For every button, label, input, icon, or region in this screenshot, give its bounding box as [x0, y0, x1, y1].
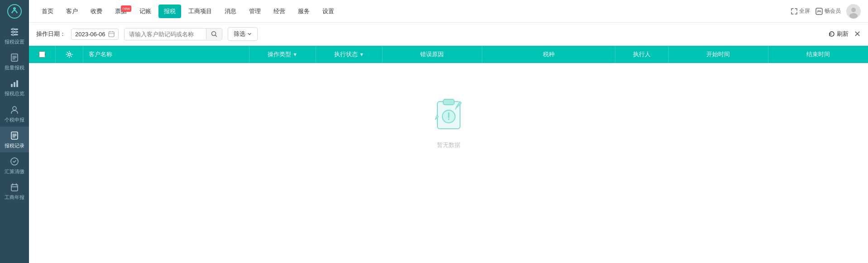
col-end-time-header: 结束时间 [806, 51, 830, 58]
sidebar-item-huisuanqingsuan[interactable]: 汇算清缴 [0, 152, 29, 178]
svg-rect-9 [11, 84, 13, 87]
search-input[interactable] [125, 29, 206, 40]
col-tax-header: 税种 [543, 51, 555, 58]
nav-item-baoshui[interactable]: 报税 [158, 5, 181, 18]
settlement-icon [9, 156, 20, 167]
nav-item-jingying[interactable]: 经营 [268, 5, 291, 18]
col-executor-header: 执行人 [633, 51, 651, 58]
filter-button[interactable]: 筛选 [228, 27, 258, 41]
new-badge: new [121, 5, 131, 12]
member-button[interactable]: 畅会员 [815, 7, 841, 15]
svg-rect-20 [109, 32, 114, 37]
settings-icon [9, 26, 20, 37]
filter-label: 筛选 [234, 30, 245, 38]
search-wrapper [124, 28, 222, 40]
svg-rect-11 [16, 80, 18, 87]
sidebar-item-gerensuishen[interactable]: 个税申报 [0, 101, 29, 127]
search-icon [211, 31, 217, 37]
chevron-down-icon [247, 32, 252, 36]
sidebar-item-label: 批量报税 [5, 65, 24, 71]
nav-item-shezhi[interactable]: 设置 [317, 5, 340, 18]
nav-item-guanli[interactable]: 管理 [244, 5, 266, 18]
sidebar-item-baoshuijilu[interactable]: 报税记录 [0, 127, 29, 152]
nav-item-jizhang[interactable]: 记账 [134, 5, 157, 18]
svg-point-26 [448, 119, 449, 120]
nav-item-xiaoxi[interactable]: 消息 [219, 5, 242, 18]
svg-point-7 [12, 34, 14, 36]
personal-tax-icon [9, 104, 20, 115]
close-button[interactable]: ✕ [854, 30, 861, 38]
svg-point-5 [12, 29, 14, 30]
member-icon [815, 8, 823, 15]
batch-tax-icon [9, 52, 20, 63]
date-value: 2023-06-06 [75, 31, 106, 38]
svg-point-1 [13, 7, 16, 10]
refresh-icon [829, 31, 835, 37]
svg-rect-15 [11, 185, 18, 191]
user-avatar[interactable] [846, 4, 861, 19]
sidebar-item-baoshuishezhi[interactable]: 报税设置 [0, 23, 29, 49]
date-label: 操作日期： [36, 30, 66, 38]
sidebar-item-label: 报税设置 [5, 39, 24, 45]
svg-point-6 [15, 31, 17, 33]
sidebar-item-baoshuizonglan[interactable]: 报税总览 [0, 74, 29, 100]
nav-item-shouye[interactable]: 首页 [36, 5, 59, 18]
calendar-icon [108, 31, 115, 37]
nav-item-gongshangxiangmu[interactable]: 工商项目 [183, 5, 217, 18]
select-all-checkbox[interactable] [39, 51, 45, 58]
search-button[interactable] [206, 29, 222, 39]
sidebar-item-gongshangnianbian[interactable]: 工商年报 [0, 178, 29, 204]
record-icon [9, 130, 20, 141]
col-status-header: 执行状态 [334, 51, 358, 58]
gear-icon[interactable] [66, 51, 73, 58]
empty-state: 暂无数据 [29, 63, 868, 176]
refresh-label: 刷新 [837, 30, 849, 38]
nav-item-shoufei[interactable]: 收费 [85, 5, 108, 18]
toolbar: 操作日期： 2023-06-06 筛选 [29, 23, 868, 46]
svg-point-0 [8, 5, 21, 18]
empty-text: 暂无数据 [437, 141, 460, 149]
data-table: 客户名称 操作类型 ▼ 执行状态 ▼ 错误原因 [29, 46, 868, 63]
top-navigation: 首页 客户 收费 票据 new 记账 报税 工商项目 消息 管理 经营 服务 设… [29, 0, 868, 23]
col-name-header: 客户名称 [89, 51, 112, 58]
svg-rect-24 [443, 99, 454, 105]
content-area: 操作日期： 2023-06-06 筛选 [29, 23, 868, 263]
date-picker[interactable]: 2023-06-06 [71, 29, 119, 40]
toolbar-right: 刷新 ✕ [829, 30, 861, 38]
main-area: 首页 客户 收费 票据 new 记账 报税 工商项目 消息 管理 经营 服务 设… [29, 0, 868, 263]
sidebar-item-label: 报税记录 [5, 143, 24, 149]
sidebar-item-label: 报税总览 [5, 91, 24, 97]
col-op-type-header: 操作类型 [268, 51, 291, 58]
fullscreen-label: 全屏 [799, 7, 810, 15]
sidebar-logo[interactable] [0, 0, 29, 23]
overview-icon [9, 78, 20, 89]
sidebar-item-piliangbaoshui[interactable]: 批量报税 [0, 49, 29, 74]
nav-item-kehu[interactable]: 客户 [61, 5, 83, 18]
svg-rect-10 [14, 82, 15, 87]
fullscreen-icon [791, 8, 797, 15]
fullscreen-button[interactable]: 全屏 [791, 7, 810, 15]
sidebar-item-label: 工商年报 [5, 195, 24, 200]
refresh-button[interactable]: 刷新 [829, 30, 849, 38]
nav-item-piaoju[interactable]: 票据 new [110, 5, 132, 18]
annual-report-icon [9, 182, 20, 193]
col-start-time-header: 开始时间 [706, 51, 730, 58]
member-label: 畅会员 [825, 7, 841, 15]
sidebar-item-label: 汇算清缴 [5, 169, 24, 175]
sidebar: 报税设置 批量报税 报税总览 个税申报 [0, 0, 29, 263]
sidebar-item-label: 个税申报 [5, 117, 24, 123]
nav-items: 首页 客户 收费 票据 new 记账 报税 工商项目 消息 管理 经营 服务 设… [36, 5, 791, 18]
table-container: 客户名称 操作类型 ▼ 执行状态 ▼ 错误原因 [29, 46, 868, 263]
svg-point-12 [13, 107, 16, 110]
nav-item-fuwu[interactable]: 服务 [293, 5, 315, 18]
svg-point-18 [851, 8, 856, 12]
topnav-right: 全屏 畅会员 [791, 4, 861, 19]
empty-illustration [426, 90, 471, 136]
svg-point-19 [849, 13, 858, 19]
col-error-header: 错误原因 [420, 51, 444, 58]
